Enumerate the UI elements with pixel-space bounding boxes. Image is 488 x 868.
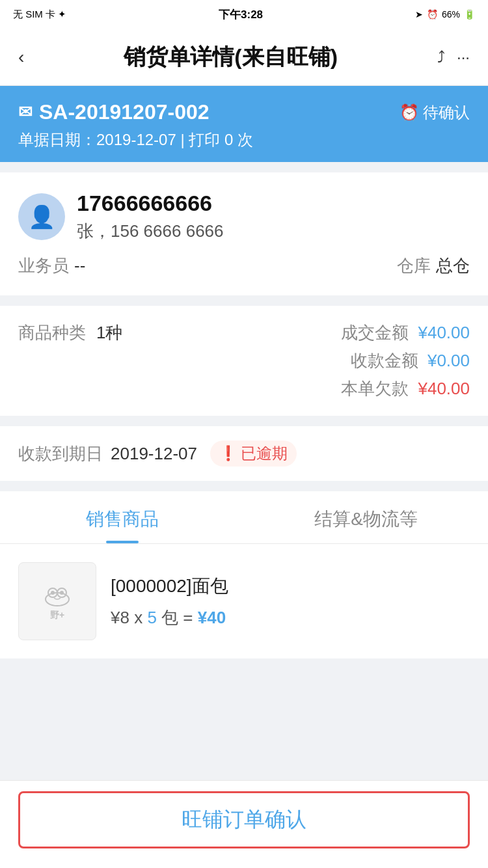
order-id: ✉ SA-20191207-002: [18, 100, 210, 124]
due-date-label: 收款到期日: [18, 442, 103, 465]
more-icon[interactable]: ···: [457, 48, 470, 66]
product-type-label: 商品种类: [18, 321, 86, 344]
battery-icon: 🔋: [464, 9, 475, 20]
tab-sales-products[interactable]: 销售商品: [0, 491, 244, 543]
deal-amount-label: 成交金额: [341, 321, 409, 344]
due-date-card: 收款到期日 2019-12-07 ❗ 已逾期: [0, 426, 488, 481]
tab-sales-products-label: 销售商品: [86, 509, 159, 529]
deal-amount-value: ¥40.00: [418, 323, 470, 343]
due-amount-label: 本单欠款: [341, 377, 409, 400]
tab-settlement-label: 结算&物流等: [314, 509, 418, 529]
status-clock-icon: ⏰: [400, 103, 419, 122]
order-status: ⏰ 待确认: [400, 102, 470, 123]
overdue-text: 已逾期: [241, 443, 288, 464]
product-list: 野+ [0000002]面包 ¥8 x 5 包 = ¥40: [0, 544, 488, 659]
due-amount-value: ¥40.00: [418, 379, 470, 399]
customer-avatar: 👤: [18, 193, 65, 240]
location-icon: ➤: [415, 9, 423, 20]
tab-settlement-logistics[interactable]: 结算&物流等: [244, 491, 488, 543]
svg-point-4: [60, 591, 64, 595]
payment-amount-row: 收款金额 ¥0.00: [351, 349, 470, 372]
payment-value: ¥0.00: [427, 351, 470, 371]
page-title: 销货单详情(来自旺铺): [124, 42, 338, 72]
product-type-value: 1种: [96, 321, 122, 344]
tabs: 销售商品 结算&物流等: [0, 491, 488, 543]
empty-area: [0, 659, 488, 789]
product-image: 野+: [18, 562, 96, 640]
avatar-icon: 👤: [28, 204, 55, 230]
due-amount-row: 本单欠款 ¥40.00: [341, 377, 470, 400]
warehouse-label: 仓库: [397, 254, 431, 277]
order-icon: ✉: [18, 102, 33, 122]
order-id-text: SA-20191207-002: [39, 100, 210, 124]
salesperson-label: 业务员: [18, 254, 69, 277]
customer-details: 17666666666 张，156 6666 6666: [77, 191, 224, 243]
customer-phone: 17666666666: [77, 191, 224, 216]
status-left: 无 SIM 卡 ✦: [13, 8, 66, 21]
alarm-icon: ⏰: [427, 9, 438, 20]
product-item: 野+ [0000002]面包 ¥8 x 5 包 = ¥40: [0, 544, 488, 659]
payment-label: 收款金额: [351, 349, 418, 372]
deal-amount-row: 成交金额 ¥40.00: [341, 321, 470, 344]
summary-card: 商品种类 1种 成交金额 ¥40.00 收款金额 ¥0.00 本单欠款 ¥40.…: [0, 306, 488, 416]
salesperson-item: 业务员 --: [18, 254, 85, 277]
status-bar: 无 SIM 卡 ✦ 下午3:28 ➤ ⏰ 66% 🔋: [0, 0, 488, 29]
share-icon[interactable]: ⤴: [437, 48, 445, 66]
warehouse-value: 总仓: [436, 254, 470, 277]
product-qty: 5: [147, 608, 156, 627]
product-price-line: ¥8 x 5 包 = ¥40: [111, 606, 470, 629]
nav-actions: ⤴ ···: [437, 48, 470, 66]
bottom-bar: 旺铺订单确认: [0, 780, 488, 868]
battery-text: 66%: [442, 9, 460, 20]
confirm-order-button[interactable]: 旺铺订单确认: [18, 791, 470, 848]
product-info: [0000002]面包 ¥8 x 5 包 = ¥40: [111, 574, 470, 629]
status-right: ➤ ⏰ 66% 🔋: [415, 9, 475, 20]
product-type-section: 商品种类 1种: [18, 321, 122, 344]
product-equals: =: [183, 608, 197, 627]
product-multiply: x: [134, 608, 147, 627]
svg-point-3: [51, 591, 55, 595]
product-image-inner: 野+: [41, 581, 74, 621]
amount-section: 成交金额 ¥40.00 收款金额 ¥0.00 本单欠款 ¥40.00: [122, 321, 470, 400]
customer-card: 👤 17666666666 张，156 6666 6666 业务员 -- 仓库 …: [0, 172, 488, 295]
nav-bar: ‹ 销货单详情(来自旺铺) ⤴ ···: [0, 29, 488, 86]
product-unit: 包: [161, 608, 178, 627]
customer-top: 👤 17666666666 张，156 6666 6666: [18, 191, 470, 243]
due-date-value: 2019-12-07: [111, 444, 197, 464]
salesperson-value: --: [74, 256, 85, 276]
order-header: ✉ SA-20191207-002 ⏰ 待确认 单据日期：2019-12-07 …: [0, 86, 488, 162]
status-text: 待确认: [423, 102, 470, 123]
brand-plus-label: 野+: [50, 610, 64, 621]
product-total: ¥40: [198, 608, 226, 627]
tabs-container: 销售商品 结算&物流等: [0, 491, 488, 544]
customer-meta: 业务员 -- 仓库 总仓: [18, 254, 470, 277]
status-time: 下午3:28: [219, 7, 263, 22]
order-date: 单据日期：2019-12-07 | 打印 0 次: [18, 129, 470, 150]
owl-logo-icon: [41, 581, 74, 607]
product-unit-price: ¥8: [111, 608, 129, 627]
product-name: [0000002]面包: [111, 574, 470, 599]
overdue-icon: ❗: [219, 445, 237, 462]
order-header-top: ✉ SA-20191207-002 ⏰ 待确认: [18, 100, 470, 124]
customer-name: 张，156 6666 6666: [77, 220, 224, 243]
overdue-badge: ❗ 已逾期: [210, 441, 297, 467]
sim-wifi-text: 无 SIM 卡 ✦: [13, 8, 66, 21]
warehouse-item: 仓库 总仓: [397, 254, 470, 277]
back-button[interactable]: ‹: [18, 48, 24, 66]
